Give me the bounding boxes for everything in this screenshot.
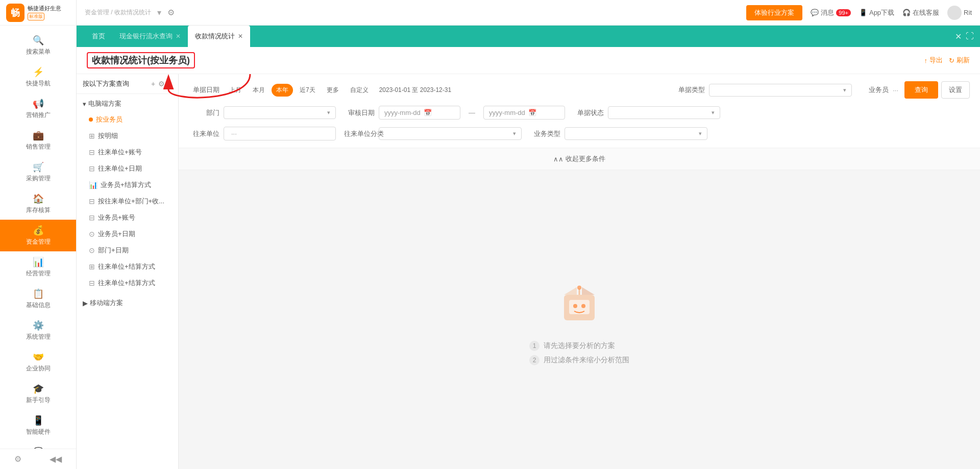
service-icon: 🎧 [902,9,911,16]
tab-bank-flow[interactable]: 现金银行流水查询 ✕ [112,26,188,47]
svg-rect-1 [569,300,590,314]
collapse-button[interactable]: ∧∧ 收起更多条件 [553,154,605,163]
scheme-by-salesperson[interactable]: 按业务员 [77,111,178,128]
export-button[interactable]: ↑ 导出 [924,56,943,65]
collapse-label: 收起更多条件 [566,154,605,163]
sidebar-item-search[interactable]: 🔍 搜索菜单 [0,30,76,61]
svg-point-3 [581,304,585,308]
main-area: 资金管理 / 收款情况统计 ▾ ⚙ 体验行业方案 💬 消息 99+ 📱 App下… [77,0,980,469]
scheme-dept-date[interactable]: ⊙ 部门+日期 [77,242,178,259]
add-scheme-button[interactable]: + [151,80,155,88]
sidebar-menu: 🔍 搜索菜单 ⚡ 快捷导航 📢 营销推广 💼 销售管理 🛒 采购管理 🏠 [0,26,76,449]
page-actions: ↑ 导出 ↻ 刷新 [924,56,970,65]
sidebar-item-warehouse[interactable]: 🏠 库存核算 [0,188,76,220]
sidebar-item-quick[interactable]: ⚡ 快捷导航 [0,61,76,93]
window-maximize-icon[interactable]: ⛶ [966,32,974,41]
scheme-salesperson-account[interactable]: ⊟ 业务员+账号 [77,209,178,226]
export-label: 导出 [929,56,943,65]
sidebar-label-guide: 新手引导 [26,396,51,405]
date-tabs: 上月 本月 本年 近7天 更多 自定义 [225,84,373,97]
sidebar-item-basic[interactable]: 📋 基础信息 [0,283,76,315]
counterpart-select[interactable]: ··· [224,127,336,140]
salesperson-dots[interactable]: ··· [893,86,898,94]
sidebar-item-wechat[interactable]: 💬 企业微信 [0,441,76,449]
sidebar-item-operation[interactable]: 📊 经营管理 [0,251,76,283]
sidebar-item-corp[interactable]: 🤝 企业协同 [0,346,76,378]
settings-footer-icon[interactable]: ⚙ [14,454,21,464]
scheme-counterpart-dept[interactable]: ⊟ 按往来单位+部门+收... [77,193,178,209]
doc-status-select[interactable]: ▾ [608,106,720,119]
sidebar-item-hardware[interactable]: 📱 智能硬件 [0,410,76,441]
scheme-cp-payment1[interactable]: ⊞ 往来单位+结算方式 [77,259,178,275]
sidebar-label-finance: 资金管理 [26,238,51,246]
scheme-by-detail[interactable]: ⊞ 按明细 [77,128,178,144]
scheme-cp-payment1-label: 往来单位+结算方式 [98,262,155,271]
date-tab-7days[interactable]: 近7天 [295,84,320,97]
panel-collapse-icon[interactable]: « [168,80,172,88]
step-1-num: 1 [529,341,540,351]
sidebar-item-purchase[interactable]: 🛒 采购管理 [0,156,76,188]
sidebar-item-sales[interactable]: 💼 销售管理 [0,125,76,156]
dept-select[interactable]: ▾ [224,106,336,119]
cp-payment2-icon: ⊟ [89,279,95,287]
sp-date-icon: ⊙ [89,230,95,238]
sidebar-item-marketing[interactable]: 📢 营销推广 [0,93,76,125]
date-tab-custom[interactable]: 自定义 [346,84,373,97]
sidebar-footer: ⚙ ◀◀ [0,449,76,469]
header-dropdown-icon[interactable]: ▾ [157,8,161,17]
scheme-counterpart-account[interactable]: ⊟ 往来单位+账号 [77,144,178,160]
doc-type-label: 单据类型 [674,85,705,95]
logo-text: 畅捷通好生意 [28,5,61,12]
tab-bank-flow-close[interactable]: ✕ [176,33,181,40]
scheme-salesperson-payment[interactable]: 📊 业务员+结算方式 [77,177,178,193]
date-tab-last-month[interactable]: 上月 [225,84,246,97]
cp-type-select[interactable]: ▾ [379,127,522,140]
audit-date-to[interactable]: yyyy-mm-dd 📅 [483,106,565,120]
scheme-salesperson-date-label: 业务员+日期 [98,229,135,239]
online-service-area[interactable]: 🎧 在线客服 [902,8,939,17]
biz-type-arrow-icon: ▾ [699,130,702,137]
sidebar-item-system[interactable]: ⚙️ 系统管理 [0,315,76,346]
tab-home-label: 首页 [92,32,105,41]
doc-type-select[interactable]: ▾ [709,84,852,97]
biz-type-select[interactable]: ▾ [565,127,707,140]
scheme-settings-icon[interactable]: ⚙ [158,80,165,88]
header-right: 体验行业方案 💬 消息 99+ 📱 App下载 🎧 在线客服 Rit [746,5,972,20]
sidebar-item-guide[interactable]: 🎓 新手引导 [0,378,76,410]
date-tab-more[interactable]: 更多 [322,84,344,97]
user-area[interactable]: Rit [947,6,972,20]
date-tab-this-year[interactable]: 本年 [272,84,293,97]
window-close-icon[interactable]: ✕ [955,32,962,41]
empty-steps: 1 请先选择要分析的方案 2 用过滤条件来缩小分析范围 [529,341,629,365]
tab-receipt-stats[interactable]: 收款情况统计 ✕ [188,26,250,47]
avatar [947,6,962,20]
setting-button[interactable]: 设置 [941,81,970,99]
scheme-counterpart-date[interactable]: ⊟ 往来单位+日期 [77,160,178,177]
mobile-group-title[interactable]: ▶ 移动端方案 [77,295,178,311]
app-download-area[interactable]: 📱 App下载 [859,8,894,17]
counterpart-dots[interactable]: ··· [231,130,237,137]
tab-receipt-stats-close[interactable]: ✕ [238,33,243,40]
query-button[interactable]: 查询 [904,81,938,99]
date-tab-this-month[interactable]: 本月 [248,84,270,97]
header-settings-icon[interactable]: ⚙ [167,8,175,17]
hardware-icon: 📱 [33,415,44,426]
tab-home[interactable]: 首页 [85,26,112,47]
desktop-group-title[interactable]: ▾ 电脑端方案 [77,96,178,111]
collapse-sidebar-icon[interactable]: ◀◀ [50,454,62,464]
scheme-cp-payment2[interactable]: ⊟ 往来单位+结算方式 [77,275,178,291]
breadcrumb: 资金管理 / 收款情况统计 [85,8,151,17]
sidebar-item-finance[interactable]: 💰 资金管理 [0,220,76,251]
cp-type-label: 往来单位分类 [344,129,375,138]
collapse-bar[interactable]: ∧∧ 收起更多条件 [179,148,980,170]
trial-button[interactable]: 体验行业方案 [746,5,802,20]
refresh-button[interactable]: ↻ 刷新 [949,56,970,65]
scheme-counterpart-dept-label: 按往来单位+部门+收... [98,197,164,206]
audit-date-from[interactable]: yyyy-mm-dd 📅 [379,106,460,120]
scheme-salesperson-date[interactable]: ⊙ 业务员+日期 [77,226,178,242]
svg-point-2 [573,304,577,308]
date-tabs-area: 上月 本月 本年 近7天 更多 自定义 2023-01-01 至 2023-12… [225,84,451,97]
notification-area[interactable]: 💬 消息 99+ [811,8,851,17]
sp-payment-icon: 📊 [89,181,97,189]
online-service-label: 在线客服 [913,8,939,17]
